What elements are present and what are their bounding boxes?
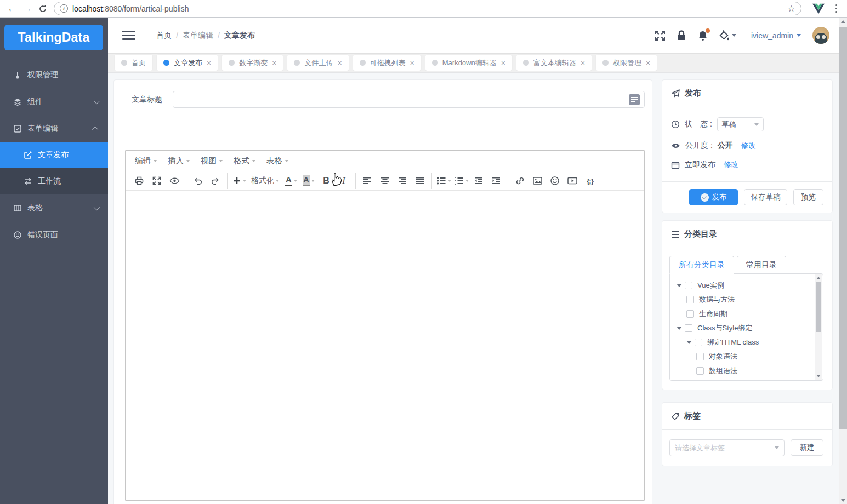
close-icon[interactable]: ×: [207, 59, 211, 67]
menu-insert[interactable]: 插入: [162, 152, 195, 170]
breadcrumb-form-edit[interactable]: 表单编辑: [183, 31, 213, 41]
fullscreen-icon[interactable]: [654, 30, 666, 42]
menu-format[interactable]: 格式: [228, 152, 261, 170]
background-color-icon[interactable]: A: [300, 173, 317, 189]
align-center-icon[interactable]: [376, 173, 394, 189]
theme-bucket-icon[interactable]: [718, 30, 736, 41]
bookmark-star-icon[interactable]: ☆: [787, 3, 795, 14]
scroll-up-icon[interactable]: [841, 20, 845, 23]
format-select[interactable]: 格式化: [248, 173, 282, 189]
tab-article-publish[interactable]: 文章发布×: [157, 55, 218, 71]
redo-icon[interactable]: [207, 173, 224, 189]
emoticon-icon[interactable]: [546, 173, 564, 189]
sidebar-item-workflow[interactable]: 工作流: [0, 168, 108, 194]
preview-eye-icon[interactable]: [166, 173, 183, 189]
schedule-modify-link[interactable]: 修改: [724, 160, 738, 170]
image-icon[interactable]: [528, 173, 546, 189]
breadcrumb-home[interactable]: 首页: [156, 31, 172, 41]
checkbox[interactable]: [696, 367, 704, 375]
fullscreen-editor-icon[interactable]: [148, 173, 166, 189]
tab-markdown-editor[interactable]: Markdown编辑器×: [425, 55, 512, 71]
editor-content-area[interactable]: [126, 191, 644, 500]
checkbox[interactable]: [685, 324, 692, 332]
tab-home[interactable]: 首页: [115, 55, 152, 71]
tree-node[interactable]: Class与Style绑定: [675, 321, 812, 335]
visibility-modify-link[interactable]: 修改: [741, 141, 756, 151]
text-color-icon[interactable]: A: [282, 173, 300, 189]
tab-file-upload[interactable]: 文件上传×: [287, 55, 348, 71]
sidebar-item-permissions[interactable]: 权限管理: [0, 61, 108, 88]
scroll-up-icon[interactable]: [816, 277, 821, 279]
sidebar-item-components[interactable]: 组件: [0, 88, 108, 115]
close-icon[interactable]: ×: [501, 59, 505, 67]
tree-node[interactable]: 绑定HTML class: [675, 335, 812, 350]
tag-select[interactable]: [669, 439, 785, 456]
logo[interactable]: TalkingData: [4, 25, 103, 50]
page-scrollbar[interactable]: [839, 18, 847, 504]
tab-permissions[interactable]: 权限管理×: [596, 55, 657, 71]
bold-icon[interactable]: B: [317, 173, 335, 189]
checkbox[interactable]: [695, 339, 702, 346]
refresh-icon[interactable]: [35, 1, 50, 16]
input-notes-icon[interactable]: [629, 94, 640, 105]
tab-richtext-editor[interactable]: 富文本编辑器×: [516, 55, 592, 71]
tab-number-gradient[interactable]: 数字渐变×: [222, 55, 283, 71]
close-icon[interactable]: ×: [272, 59, 276, 67]
align-left-icon[interactable]: [359, 173, 376, 189]
new-tag-button[interactable]: 新建: [791, 439, 823, 456]
sidebar-item-article-publish[interactable]: 文章发布: [0, 142, 108, 168]
tree-expand-icon[interactable]: [677, 284, 682, 287]
close-icon[interactable]: ×: [581, 59, 585, 67]
checkbox[interactable]: [685, 282, 692, 289]
lock-icon[interactable]: [675, 30, 687, 42]
outdent-icon[interactable]: [470, 173, 487, 189]
scrollbar-thumb[interactable]: [839, 27, 847, 429]
publish-button[interactable]: 发布: [689, 189, 738, 205]
close-icon[interactable]: ×: [646, 59, 650, 67]
address-bar[interactable]: i localhost:8080/form/artical-publish ☆: [54, 2, 801, 15]
browser-menu-icon[interactable]: [830, 4, 843, 13]
tag-select-input[interactable]: [675, 444, 775, 452]
scrollbar-thumb[interactable]: [816, 282, 821, 332]
checkbox[interactable]: [686, 310, 694, 318]
tree-node[interactable]: 数组语法: [675, 364, 812, 378]
align-justify-icon[interactable]: [411, 173, 429, 189]
tree-expand-icon[interactable]: [677, 327, 682, 330]
bell-icon[interactable]: [697, 30, 709, 42]
sidebar-item-form-edit[interactable]: 表单编辑: [0, 115, 108, 142]
avatar[interactable]: [812, 27, 829, 44]
align-right-icon[interactable]: [394, 173, 411, 189]
print-icon[interactable]: [130, 173, 148, 189]
back-icon[interactable]: ←: [4, 1, 20, 16]
media-icon[interactable]: [564, 173, 581, 189]
menu-view[interactable]: 视图: [195, 152, 228, 170]
menu-edit[interactable]: 编辑: [129, 152, 162, 170]
tab-all-categories[interactable]: 所有分类目录: [669, 256, 734, 274]
user-menu[interactable]: iview_admin: [751, 31, 801, 40]
tree-node[interactable]: 生命周期: [675, 307, 812, 321]
indent-icon[interactable]: [487, 173, 505, 189]
menu-table[interactable]: 表格: [261, 152, 294, 170]
tree-node[interactable]: 数据与方法: [675, 293, 812, 307]
undo-icon[interactable]: [189, 173, 207, 189]
insert-plus-icon[interactable]: [230, 173, 248, 189]
code-sample-icon[interactable]: {;}: [581, 173, 599, 189]
checkbox[interactable]: [696, 353, 704, 360]
tree-node[interactable]: 对象语法: [675, 350, 812, 364]
hamburger-menu-icon[interactable]: [122, 31, 135, 40]
tab-common-categories[interactable]: 常用目录: [737, 256, 786, 274]
tree-scrollbar[interactable]: [815, 274, 822, 380]
scroll-down-icon[interactable]: [841, 499, 845, 502]
checkbox[interactable]: [686, 296, 694, 303]
link-icon[interactable]: [511, 173, 528, 189]
sidebar-item-error-pages[interactable]: 错误页面: [0, 221, 108, 248]
sidebar-item-tables[interactable]: 表格: [0, 194, 108, 221]
status-select[interactable]: 草稿: [717, 117, 764, 131]
numbered-list-icon[interactable]: [452, 173, 470, 189]
italic-icon[interactable]: I: [335, 173, 353, 189]
save-draft-button[interactable]: 保存草稿: [744, 189, 787, 205]
tree-node[interactable]: Vue实例: [675, 278, 812, 293]
vue-devtools-icon[interactable]: [812, 3, 825, 14]
page-info-icon[interactable]: i: [60, 4, 68, 13]
tab-draggable-list[interactable]: 可拖拽列表×: [353, 55, 421, 71]
